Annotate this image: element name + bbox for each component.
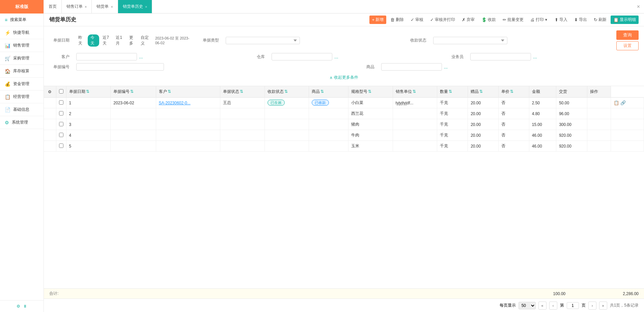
page-input[interactable]	[567, 302, 579, 309]
row-unit: 千克	[437, 108, 468, 119]
row-payment-status	[309, 108, 348, 119]
table-row: 4牛肉千克20.00否46.00920.00	[44, 130, 644, 141]
batch-change-button[interactable]: ✏ 批量变更	[500, 16, 526, 24]
tab-home[interactable]: 首页	[44, 0, 62, 13]
import-button[interactable]: ⬆ 导入	[552, 16, 570, 24]
delete-button[interactable]: 🗑 删除	[388, 16, 407, 24]
sidebar-bottom-icon1[interactable]: ⚙	[17, 304, 20, 309]
sidebar-item-inventory-calc[interactable]: 🏠 库存核算	[0, 65, 44, 78]
warehouse-dots-button[interactable]: ...	[334, 54, 338, 59]
op2-button[interactable]: 🔗	[620, 100, 626, 105]
add-button[interactable]: + 新增	[369, 16, 387, 24]
custom-btn[interactable]: 自定义	[139, 34, 152, 47]
row-doc-no[interactable]	[156, 130, 220, 141]
th-doc-no[interactable]: 单据编号⇅	[111, 86, 156, 98]
toolbar-buttons: + 新增 🗑 删除 ✓ 审核 ✓ 审核并打印 ✗ 弃审 💲 收款	[369, 16, 639, 24]
audit-button[interactable]: ✓ 审核	[408, 16, 426, 24]
product-input[interactable]	[381, 63, 442, 71]
row-doc-no[interactable]: SA-20230602-0...	[156, 98, 220, 108]
doc-no-label: 单据编号	[49, 64, 69, 70]
sidebar-item-sales-mgmt[interactable]: 📊 销售管理	[0, 39, 44, 52]
salesperson-input[interactable]	[470, 53, 531, 60]
sidebar-bottom-icon2[interactable]: ⏸	[23, 304, 27, 309]
sidebar-item-quick-nav[interactable]: ⚡ 快捷导航	[0, 26, 44, 39]
tab-sales-delivery[interactable]: 销货单 ×	[92, 0, 118, 13]
last-page-button[interactable]: »	[599, 302, 607, 310]
collapse-button[interactable]: ∧ 收起更多条件	[49, 73, 639, 82]
row-doc-no[interactable]	[156, 108, 220, 119]
last1month-btn[interactable]: 近1月	[114, 34, 125, 47]
warehouse-input[interactable]	[272, 53, 332, 60]
tab-close-all-button[interactable]: ×	[633, 4, 644, 10]
yesterday-btn[interactable]: 昨天	[76, 34, 86, 47]
filter-area: 单据日期 昨天 今天 近7天 近1月 更多 自定义 2023-06-02 至 2…	[44, 26, 644, 86]
abandon-button[interactable]: ✗ 弃审	[459, 16, 477, 24]
row-checkbox-4[interactable]	[59, 144, 63, 148]
row-no: 3	[66, 119, 111, 130]
tab-sales-order-close[interactable]: ×	[85, 5, 87, 9]
next-page-button[interactable]: ›	[588, 302, 596, 310]
sidebar-item-label: 经营管理	[13, 94, 29, 100]
tab-sales-order[interactable]: 销售订单 ×	[62, 0, 92, 13]
audit-print-button[interactable]: ✓ 审核并打印	[427, 16, 458, 24]
th-unit[interactable]: 销售单位⇅	[393, 86, 437, 98]
per-page-select[interactable]: 10 20 50 100	[519, 302, 536, 309]
first-page-button[interactable]: «	[538, 302, 547, 310]
sidebar-item-basic-info[interactable]: 📄 基础信息	[0, 103, 44, 116]
th-doc-date[interactable]: 单据日期⇅	[66, 86, 111, 98]
th-unit-price[interactable]: 单价⇅	[498, 86, 529, 98]
query-button[interactable]: 查询	[616, 30, 639, 40]
prev-page-button[interactable]: ‹	[549, 302, 557, 310]
th-payment-status[interactable]: 收款状态⇅	[264, 86, 309, 98]
last7days-btn[interactable]: 近7天	[101, 34, 112, 47]
row-doc-no-link[interactable]: SA-20230602-0...	[159, 101, 191, 105]
set-button[interactable]: 设置	[616, 41, 639, 50]
customer-input[interactable]	[76, 53, 137, 60]
row-gear	[44, 130, 56, 141]
refresh-button[interactable]: ↻ 刷新	[591, 16, 609, 24]
th-doc-status[interactable]: 单据状态⇅	[220, 86, 264, 98]
row-checkbox[interactable]	[56, 141, 66, 152]
row-checkbox[interactable]	[56, 108, 66, 119]
th-quantity[interactable]: 数量⇅	[437, 86, 468, 98]
print-button[interactable]: 🖨 打印 ▼	[528, 16, 551, 24]
th-product[interactable]: 商品⇅	[309, 86, 348, 98]
row-checkbox[interactable]	[56, 119, 66, 130]
row-doc-no[interactable]	[156, 141, 220, 152]
th-customer[interactable]: 客户⇅	[156, 86, 220, 98]
tab-sales-delivery-close[interactable]: ×	[111, 5, 113, 9]
row-checkbox-1[interactable]	[59, 111, 63, 115]
row-checkbox[interactable]	[56, 98, 66, 108]
sidebar-item-ops-mgmt[interactable]: 📋 经营管理	[0, 90, 44, 103]
row-transaction	[587, 98, 611, 108]
th-spec[interactable]: 规格型号⇅	[348, 86, 393, 98]
row-checkbox-3[interactable]	[59, 133, 63, 137]
sidebar-item-sys-mgmt[interactable]: ⚙ 系统管理	[0, 116, 44, 129]
th-gift[interactable]: 赠品⇅	[468, 86, 499, 98]
op1-button[interactable]: 📋	[614, 100, 619, 105]
pagination: 每页显示 10 20 50 100 « ‹ 第 页 › » 共1页，5条记录	[44, 298, 644, 312]
show-details-button[interactable]: 📋 显示明细	[611, 16, 639, 24]
row-doc-no[interactable]	[156, 119, 220, 130]
more-btn[interactable]: 更多	[127, 34, 137, 47]
th-gear[interactable]: ⚙	[44, 86, 56, 98]
sidebar-item-finance-mgmt[interactable]: 💰 资金管理	[0, 78, 44, 90]
row-checkbox-2[interactable]	[59, 122, 63, 126]
doc-type-select[interactable]	[226, 37, 300, 44]
export-button[interactable]: ⬇ 导出	[571, 16, 590, 24]
collect-button[interactable]: 💲 收款	[479, 16, 499, 24]
customer-dots-button[interactable]: ...	[139, 54, 143, 59]
row-checkbox[interactable]	[56, 130, 66, 141]
salesperson-dots-button[interactable]: ...	[533, 54, 537, 59]
doc-no-input[interactable]	[76, 63, 164, 71]
tab-sales-history[interactable]: 销货单历史 ×	[118, 0, 152, 13]
sidebar-item-search-menu[interactable]: ≡ 搜索菜单	[0, 14, 44, 26]
select-all-checkbox[interactable]	[59, 89, 63, 94]
today-btn[interactable]: 今天	[88, 34, 99, 47]
sidebar-item-purchase-mgmt[interactable]: 🛒 采购管理	[0, 52, 44, 65]
tab-sales-history-close[interactable]: ×	[145, 5, 147, 9]
row-customer	[220, 130, 264, 141]
product-dots-button[interactable]: ...	[444, 64, 448, 70]
row-checkbox-0[interactable]	[59, 100, 63, 105]
payment-status-select[interactable]	[433, 37, 507, 44]
